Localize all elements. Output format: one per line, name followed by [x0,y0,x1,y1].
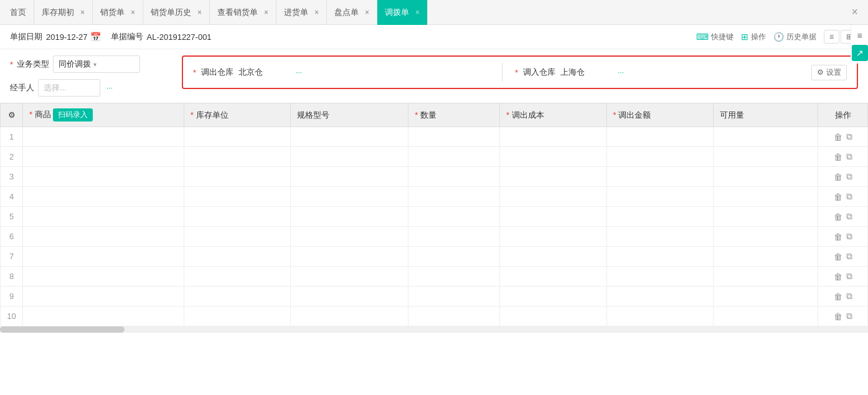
row-spec-2[interactable] [291,147,408,167]
row-spec-9[interactable] [291,287,408,307]
copy-row-8-icon[interactable]: ⧉ [846,271,852,282]
row-qty-1[interactable] [408,127,500,147]
row-amount-5[interactable] [606,207,713,227]
person-select[interactable]: 选择... [38,79,100,97]
row-avail-9[interactable] [714,287,818,307]
tab-stock-count[interactable]: 盘点单 × [327,0,377,25]
history-button[interactable]: 🕐 历史单据 [773,32,816,42]
row-avail-6[interactable] [714,227,818,247]
tab-sales-order-close[interactable]: × [131,8,135,17]
tab-sales-history[interactable]: 销货单历史 × [143,0,210,25]
sidebar-export-button[interactable]: ↗ [852,45,868,61]
row-cost-1[interactable] [500,127,606,147]
tab-view-sales-close[interactable]: × [264,8,268,17]
th-settings[interactable]: ⚙ [1,103,23,127]
copy-row-9-icon[interactable]: ⧉ [846,291,852,302]
tab-inventory-init[interactable]: 库存期初 × [34,0,93,25]
window-close-button[interactable]: × [846,6,863,19]
row-cost-5[interactable] [500,207,606,227]
row-spec-1[interactable] [291,127,408,147]
row-cost-7[interactable] [500,247,606,267]
tab-transfer-close[interactable]: × [415,8,420,17]
row-avail-3[interactable] [714,167,818,187]
row-qty-6[interactable] [408,227,500,247]
copy-row-10-icon[interactable]: ⧉ [846,311,852,321]
row-unit-9[interactable] [184,287,290,307]
row-spec-3[interactable] [291,167,408,187]
tab-stock-count-close[interactable]: × [365,8,369,17]
shortcut-button[interactable]: ⌨ 快捷键 [696,32,734,42]
delete-row-7-icon[interactable]: 🗑 [834,252,842,262]
row-spec-8[interactable] [291,267,408,287]
delete-row-4-icon[interactable]: 🗑 [834,192,842,202]
row-qty-10[interactable] [408,307,500,326]
copy-row-7-icon[interactable]: ⧉ [846,251,852,262]
row-amount-2[interactable] [606,147,713,167]
row-cost-3[interactable] [500,167,606,187]
tab-sales-order[interactable]: 销货单 × [93,0,143,25]
row-product-6[interactable] [23,227,184,247]
row-amount-1[interactable] [606,127,713,147]
row-product-1[interactable] [23,127,184,147]
row-amount-4[interactable] [606,187,713,207]
scroll-thumb[interactable] [0,326,125,333]
row-unit-8[interactable] [184,267,290,287]
delete-row-3-icon[interactable]: 🗑 [834,172,842,182]
copy-row-1-icon[interactable]: ⧉ [846,131,852,142]
row-unit-4[interactable] [184,187,290,207]
copy-row-4-icon[interactable]: ⧉ [846,191,852,202]
row-unit-10[interactable] [184,307,290,326]
row-amount-9[interactable] [606,287,713,307]
row-spec-7[interactable] [291,247,408,267]
horizontal-scrollbar[interactable] [0,326,868,333]
copy-row-5-icon[interactable]: ⧉ [846,211,852,222]
person-more-icon[interactable]: ··· [106,83,113,92]
copy-row-6-icon[interactable]: ⧉ [846,231,852,242]
row-product-3[interactable] [23,167,184,187]
row-cost-9[interactable] [500,287,606,307]
tab-purchase-close[interactable]: × [314,8,319,17]
out-warehouse-more-icon[interactable]: ··· [296,68,302,77]
row-product-4[interactable] [23,187,184,207]
row-spec-10[interactable] [291,307,408,326]
row-spec-6[interactable] [291,227,408,247]
row-product-9[interactable] [23,287,184,307]
tab-sales-history-close[interactable]: × [197,8,202,17]
row-spec-4[interactable] [291,187,408,207]
row-amount-7[interactable] [606,247,713,267]
row-unit-1[interactable] [184,127,290,147]
row-qty-3[interactable] [408,167,500,187]
delete-row-8-icon[interactable]: 🗑 [834,272,842,282]
row-unit-3[interactable] [184,167,290,187]
tab-home[interactable]: 首页 [5,0,34,25]
copy-row-2-icon[interactable]: ⧉ [846,151,852,162]
warehouse-settings-button[interactable]: ⚙ 设置 [811,65,847,80]
copy-row-3-icon[interactable]: ⧉ [846,171,852,182]
row-qty-8[interactable] [408,267,500,287]
tab-view-sales[interactable]: 查看销货单 × [210,0,276,25]
row-avail-8[interactable] [714,267,818,287]
row-amount-3[interactable] [606,167,713,187]
scan-entry-button[interactable]: 扫码录入 [53,108,93,121]
tab-transfer[interactable]: 调拨单 × [377,0,428,25]
row-avail-4[interactable] [714,187,818,207]
calendar-icon[interactable]: 📅 [90,32,101,42]
delete-row-10-icon[interactable]: 🗑 [834,312,842,321]
row-amount-10[interactable] [606,307,713,326]
row-amount-6[interactable] [606,227,713,247]
row-avail-2[interactable] [714,147,818,167]
row-product-2[interactable] [23,147,184,167]
delete-row-2-icon[interactable]: 🗑 [834,152,842,162]
row-product-5[interactable] [23,207,184,227]
in-warehouse-more-icon[interactable]: ··· [618,68,624,77]
row-avail-7[interactable] [714,247,818,267]
tab-purchase[interactable]: 进货单 × [276,0,327,25]
row-qty-9[interactable] [408,287,500,307]
row-qty-4[interactable] [408,187,500,207]
business-type-select[interactable]: 同价调拨 ▾ [53,55,140,73]
list-view-button[interactable]: ≡ [824,30,839,44]
row-spec-5[interactable] [291,207,408,227]
row-unit-6[interactable] [184,227,290,247]
row-product-7[interactable] [23,247,184,267]
row-unit-5[interactable] [184,207,290,227]
